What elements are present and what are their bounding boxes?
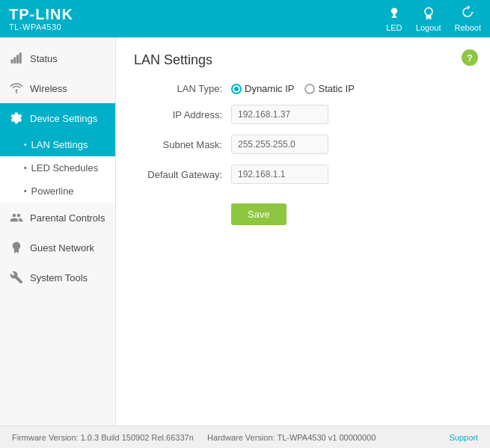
subnet-mask-row: Subnet Mask: (134, 135, 472, 154)
static-ip-option[interactable]: Static IP (304, 83, 354, 94)
ip-address-row: IP Address: (134, 105, 472, 124)
parental-controls-icon (9, 210, 24, 225)
lan-type-label: LAN Type: (134, 83, 231, 94)
reboot-label: Reboot (455, 23, 481, 32)
sidebar-label-led-schedules: LED Schedules (31, 162, 99, 174)
status-icon (9, 51, 24, 66)
subnet-mask-label: Subnet Mask: (134, 139, 231, 150)
reboot-icon (459, 5, 476, 22)
ip-address-label: IP Address: (134, 109, 231, 120)
sidebar-item-system-tools[interactable]: System Tools (0, 263, 115, 292)
main-layout: Status Wireless Device Settings • LAN Se… (0, 37, 490, 426)
led-button[interactable]: LED (386, 5, 402, 32)
firmware-version: Firmware Version: 1.0.3 Build 150902 Rel… (12, 433, 194, 442)
subnet-mask-input[interactable] (231, 135, 328, 154)
guest-network-icon (9, 240, 24, 255)
lan-type-row: LAN Type: Dynamic IP Static IP (134, 83, 472, 94)
default-gateway-label: Default Gateway: (134, 169, 231, 180)
sidebar-label-wireless: Wireless (30, 83, 67, 94)
sidebar-item-device-settings[interactable]: Device Settings (0, 103, 115, 133)
hardware-version: Hardware Version: TL-WPA4530 v1 00000000 (207, 433, 376, 442)
static-ip-label: Static IP (318, 83, 354, 94)
system-tools-icon (9, 270, 24, 285)
logout-icon (420, 5, 437, 22)
svg-rect-6 (19, 53, 22, 64)
device-settings-icon (9, 111, 24, 126)
bullet-icon: • (24, 187, 27, 195)
sidebar-label-status: Status (30, 53, 58, 64)
reboot-button[interactable]: Reboot (455, 5, 481, 32)
sidebar-item-led-schedules[interactable]: • LED Schedules (0, 156, 115, 179)
main-content: ? LAN Settings LAN Type: Dynamic IP Stat… (116, 37, 490, 426)
help-button[interactable]: ? (462, 49, 478, 66)
page-title: LAN Settings (134, 52, 472, 68)
svg-point-0 (391, 8, 397, 14)
sidebar-label-powerline: Powerline (31, 185, 74, 197)
sidebar-item-wireless[interactable]: Wireless (0, 73, 115, 103)
sidebar-label-device-settings: Device Settings (30, 113, 97, 124)
dynamic-ip-radio[interactable] (231, 84, 242, 94)
logout-label: Logout (416, 23, 441, 32)
ip-address-input[interactable] (231, 105, 328, 124)
sidebar-item-powerline[interactable]: • Powerline (0, 179, 115, 203)
save-button[interactable]: Save (231, 203, 287, 225)
logout-button[interactable]: Logout (416, 5, 441, 32)
header-actions: LED Logout Reboot (386, 5, 481, 32)
device-settings-submenu: • LAN Settings • LED Schedules • Powerli… (0, 133, 115, 203)
sidebar-item-parental-controls[interactable]: Parental Controls (0, 203, 115, 233)
svg-rect-4 (13, 58, 16, 64)
ip-address-field-wrap (231, 105, 418, 124)
led-label: LED (386, 23, 402, 32)
header: TP-LINK TL-WPA4530 LED Logout Reboot (0, 0, 490, 37)
dynamic-ip-label: Dynamic IP (245, 83, 294, 94)
bullet-icon: • (24, 141, 27, 149)
sidebar-item-guest-network[interactable]: Guest Network (0, 233, 115, 263)
sidebar-item-status[interactable]: Status (0, 43, 115, 73)
svg-rect-5 (16, 55, 19, 64)
sidebar-label-system-tools: System Tools (30, 272, 88, 283)
support-link[interactable]: Support (449, 433, 478, 442)
default-gateway-field-wrap (231, 165, 418, 184)
sidebar-label-guest-network: Guest Network (30, 242, 94, 254)
sidebar-label-parental-controls: Parental Controls (30, 212, 105, 224)
form-actions: Save (134, 196, 472, 225)
bullet-icon: • (24, 164, 27, 172)
lan-type-options: Dynamic IP Static IP (231, 83, 418, 94)
sidebar: Status Wireless Device Settings • LAN Se… (0, 37, 116, 426)
model-name: TL-WPA4530 (9, 22, 73, 31)
sidebar-item-lan-settings[interactable]: • LAN Settings (0, 133, 115, 156)
svg-rect-2 (392, 16, 397, 18)
svg-rect-3 (11, 60, 13, 64)
footer: Firmware Version: 1.0.3 Build 150902 Rel… (0, 426, 490, 448)
static-ip-radio[interactable] (304, 84, 315, 94)
brand-name: TP-LINK (9, 6, 73, 22)
subnet-mask-field-wrap (231, 135, 418, 154)
footer-firmware: Firmware Version: 1.0.3 Build 150902 Rel… (12, 433, 376, 442)
dynamic-ip-option[interactable]: Dynamic IP (231, 83, 294, 94)
led-icon (386, 5, 402, 22)
sidebar-label-lan-settings: LAN Settings (31, 139, 88, 150)
brand-logo: TP-LINK TL-WPA4530 (9, 6, 73, 31)
default-gateway-row: Default Gateway: (134, 165, 472, 184)
wireless-icon (9, 81, 24, 96)
default-gateway-input[interactable] (231, 165, 328, 184)
